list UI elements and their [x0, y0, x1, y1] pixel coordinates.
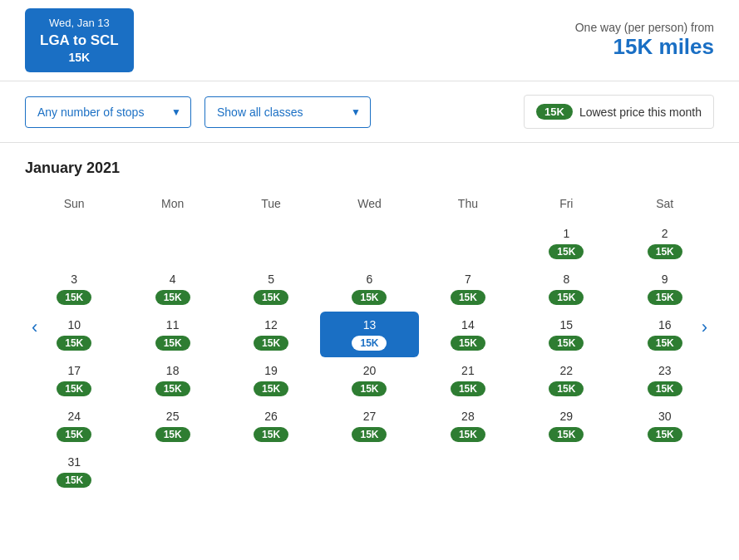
day-number: 24 — [28, 410, 120, 423]
price-pill[interactable]: 15K — [254, 336, 288, 351]
table-row[interactable]: 2615K — [222, 403, 320, 449]
price-pill[interactable]: 15K — [352, 381, 387, 396]
price-pill[interactable]: 15K — [352, 336, 387, 351]
calendar-section: ‹ January 2021 SunMonTueWedThuFriSat 115… — [0, 143, 739, 511]
table-row[interactable]: 2315K — [616, 357, 714, 403]
price-pill[interactable]: 15K — [549, 336, 584, 351]
price-pill[interactable]: 15K — [352, 290, 387, 305]
price-pill[interactable]: 15K — [155, 290, 190, 305]
day-number: 30 — [619, 410, 711, 423]
next-month-button[interactable]: › — [695, 310, 714, 345]
table-row[interactable]: 1215K — [222, 312, 320, 357]
table-row[interactable]: 1715K — [25, 357, 123, 403]
calendar-day-header: Sat — [616, 190, 714, 220]
day-number: 5 — [225, 273, 317, 286]
day-number: 11 — [126, 318, 218, 332]
price-pill[interactable]: 15K — [451, 381, 485, 396]
table-row[interactable]: 2715K — [320, 403, 418, 449]
calendar-day-header: Sun — [25, 190, 123, 220]
price-pill[interactable]: 15K — [57, 290, 91, 305]
calendar-body: 115K215K315K415K515K615K715K815K915K1015… — [25, 220, 714, 494]
stops-select-wrapper: Any number of stopsNonstop only1 stop or… — [25, 96, 191, 128]
day-number: 18 — [126, 364, 218, 377]
price-pill[interactable]: 15K — [57, 381, 91, 396]
table-row[interactable]: 415K — [123, 266, 221, 312]
table-row[interactable]: 1815K — [123, 357, 221, 403]
price-pill[interactable]: 15K — [648, 336, 682, 351]
day-number: 21 — [422, 364, 514, 377]
table-row[interactable]: 2815K — [419, 403, 517, 449]
price-pill[interactable]: 15K — [57, 473, 91, 488]
price-pill[interactable]: 15K — [648, 290, 682, 305]
table-row[interactable]: 715K — [419, 266, 517, 312]
price-pill[interactable]: 15K — [352, 427, 387, 442]
table-row[interactable]: 1115K — [123, 312, 221, 357]
table-row[interactable]: 615K — [320, 266, 418, 312]
flight-miles-badge: 15K — [40, 51, 119, 64]
table-row[interactable]: 915K — [616, 266, 714, 312]
table-row[interactable]: 2915K — [517, 403, 615, 449]
day-number: 31 — [28, 455, 120, 469]
table-row[interactable]: 3015K — [616, 403, 714, 449]
day-number: 1 — [520, 227, 612, 240]
lowest-price-pill: 15K — [536, 104, 573, 120]
table-row[interactable]: 1515K — [517, 312, 615, 357]
price-pill[interactable]: 15K — [451, 427, 485, 442]
price-pill[interactable]: 15K — [648, 381, 682, 396]
flight-date: Wed, Jan 13 — [40, 17, 119, 29]
table-row[interactable]: 3115K — [25, 449, 123, 494]
day-number: 6 — [323, 273, 415, 286]
table-row[interactable]: 215K — [616, 220, 714, 266]
table-row[interactable]: 2415K — [25, 403, 123, 449]
table-row[interactable]: 2515K — [123, 403, 221, 449]
table-row[interactable]: 1415K — [419, 312, 517, 357]
table-row[interactable]: 1915K — [222, 357, 320, 403]
table-row[interactable]: 515K — [222, 266, 320, 312]
prev-month-button[interactable]: ‹ — [25, 310, 44, 345]
price-pill[interactable]: 15K — [155, 427, 190, 442]
price-pill[interactable]: 15K — [549, 381, 584, 396]
day-number: 26 — [225, 410, 317, 423]
day-number: 17 — [28, 364, 120, 377]
price-pill[interactable]: 15K — [57, 336, 91, 351]
classes-select-wrapper: Show all classesEconomyBusinessFirst ▼ — [204, 96, 371, 128]
price-pill[interactable]: 15K — [155, 336, 190, 351]
table-row[interactable]: 815K — [517, 266, 615, 312]
price-pill[interactable]: 15K — [254, 290, 288, 305]
table-row[interactable]: 2015K — [320, 357, 418, 403]
price-pill[interactable]: 15K — [254, 427, 288, 442]
calendar-week-row: 1015K1115K1215K1315K1415K1515K1615K — [25, 312, 714, 357]
table-row[interactable]: 2215K — [517, 357, 615, 403]
calendar-header: SunMonTueWedThuFriSat — [25, 190, 714, 220]
stops-select[interactable]: Any number of stopsNonstop only1 stop or… — [25, 96, 191, 128]
calendar-week-row: 2415K2515K2615K2715K2815K2915K3015K — [25, 403, 714, 449]
price-pill[interactable]: 15K — [254, 381, 288, 396]
day-number: 3 — [28, 273, 120, 286]
table-row[interactable]: 315K — [25, 266, 123, 312]
price-pill[interactable]: 15K — [549, 427, 584, 442]
price-pill[interactable]: 15K — [155, 381, 190, 396]
price-pill[interactable]: 15K — [57, 427, 91, 442]
price-pill[interactable]: 15K — [648, 427, 682, 442]
calendar-week-row: 1715K1815K1915K2015K2115K2215K2315K — [25, 357, 714, 403]
price-miles: 15K miles — [575, 34, 714, 60]
calendar-month-title: January 2021 — [25, 160, 714, 177]
calendar-week-row: 115K215K — [25, 220, 714, 266]
table-row[interactable]: 1315K — [320, 312, 418, 357]
price-pill[interactable]: 15K — [549, 290, 584, 305]
table-row — [222, 220, 320, 266]
price-pill[interactable]: 15K — [451, 290, 485, 305]
table-row[interactable]: 2115K — [419, 357, 517, 403]
day-number: 27 — [323, 410, 415, 423]
day-number: 28 — [422, 410, 514, 423]
table-row — [517, 449, 615, 494]
day-number: 14 — [422, 318, 514, 332]
price-pill[interactable]: 15K — [451, 336, 485, 351]
price-pill[interactable]: 15K — [549, 244, 584, 259]
table-row[interactable]: 115K — [517, 220, 615, 266]
classes-select[interactable]: Show all classesEconomyBusinessFirst — [204, 96, 371, 128]
day-number: 2 — [619, 227, 711, 240]
price-pill[interactable]: 15K — [648, 244, 682, 259]
table-row — [222, 449, 320, 494]
calendar-week-row: 3115K — [25, 449, 714, 494]
